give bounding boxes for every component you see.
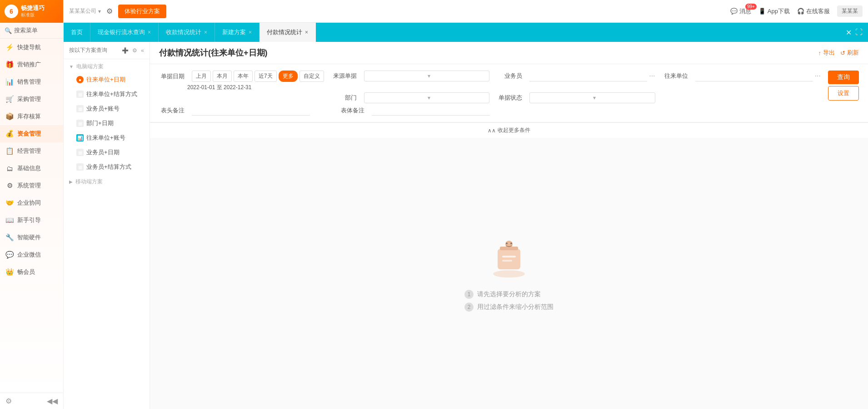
pc-section[interactable]: ▼ 电脑端方案 [64,59,150,72]
agent-more-icon[interactable]: ··· [649,72,655,80]
collapse-bar: ∧∧ 收起更多条件 [150,122,868,138]
app-download-btn[interactable]: 📱 App下载 [758,7,790,15]
refresh-btn[interactable]: ↺ 刷新 [840,49,859,57]
support-btn[interactable]: 🎧 在线客服 [797,7,830,15]
page-title: 付款情况统计(往来单位+日期) [159,47,268,58]
tab-home[interactable]: 首页 [64,23,90,42]
scheme-icon-unit-date: ● [76,76,84,83]
empty-tip-1: 1 请先选择要分析的方案 [464,290,554,299]
company-selector[interactable]: 某某某公司 ▾ [69,7,101,15]
date-btn-more[interactable]: 更多 [279,71,298,82]
export-btn[interactable]: ↑ 导出 [818,49,835,57]
tab-receipt-stats[interactable]: 收款情况统计 × [159,23,215,42]
tab-bank-flow[interactable]: 现金银行流水查询 × [90,23,159,42]
sidebar-item-member[interactable]: 👑 畅会员 [0,263,63,281]
date-label: 单据日期 [159,72,185,81]
sidebar-item-hardware[interactable]: 🔧 智能硬件 [0,229,63,246]
dept-select[interactable]: ▾ [364,92,489,103]
scheme-item-unit-settle[interactable]: ▦ 往来单位+结算方式 [64,87,150,101]
body-note-label: 表体备注 [339,106,364,115]
company-icon: 🤝 [5,199,14,207]
mobile-section-triangle: ▶ [69,179,73,184]
mobile-section[interactable]: ▶ 移动端方案 [64,174,150,187]
filter-panel: 单据日期 上月 本月 本年 近7天 更多 自定义 2022-01-0 [150,64,868,122]
source-select[interactable]: ▾ [364,71,489,81]
tab-close-payment-stats[interactable]: × [305,29,308,35]
inventory-icon: 📦 [5,112,14,121]
sidebar-item-sales[interactable]: 📊 销售管理 [0,73,63,91]
agent-label: 业务员 [497,72,522,80]
topbar: 某某某公司 ▾ ⚙ 体验行业方案 💬 消息 99+ 📱 App下载 🎧 在线客服… [64,0,868,23]
scheme-item-agent-settle[interactable]: ▦ 业务员+结算方式 [64,160,150,174]
header-note-input[interactable] [192,105,310,116]
svg-rect-4 [502,260,512,262]
page-header-actions: ↑ 导出 ↺ 刷新 [818,49,859,57]
sidebar-item-system[interactable]: ⚙ 系统管理 [0,177,63,194]
date-range-text: 2022-01-01 至 2022-12-31 [187,84,251,91]
sidebar-item-inventory[interactable]: 📦 库存核算 [0,108,63,125]
sidebar-item-company[interactable]: 🤝 企业协同 [0,194,63,212]
filter-row-daterange: 2022-01-01 至 2022-12-31 [187,84,324,91]
user-menu[interactable]: 某某某 [837,5,863,17]
app-icon: 📱 [758,8,766,15]
search-icon: 🔍 [5,27,12,34]
collapse-more-btn[interactable]: ∧∧ 收起更多条件 [488,126,530,134]
scheme-item-dept-date[interactable]: ▦ 部门+日期 [64,116,150,131]
status-label: 单据状态 [497,94,522,102]
sidebar: 6 畅捷通巧 标准版 🔍 搜索菜单 ⚡ 快捷导航 🎁 营销推广 📊 销售管理 🛒… [0,0,64,409]
close-all-tabs-btn[interactable]: ✕ [846,28,852,37]
quick-nav-icon: ⚡ [5,43,14,51]
sidebar-item-quick-nav[interactable]: ⚡ 快捷导航 [0,39,63,56]
sidebar-item-marketing[interactable]: 🎁 营销推广 [0,56,63,73]
topbar-right: 💬 消息 99+ 📱 App下载 🎧 在线客服 某某某 [730,5,863,17]
settings-icon[interactable]: ⚙ [5,397,12,405]
sidebar-nav: ⚡ 快捷导航 🎁 营销推广 📊 销售管理 🛒 采购管理 📦 库存核算 💰 资金管… [0,39,63,393]
tabbar: 首页 现金银行流水查询 × 收款情况统计 × 新建方案 × 付款情况统计 × ✕… [64,23,868,42]
body-note-input[interactable] [372,105,490,116]
sidebar-item-base-info[interactable]: 🗂 基础信息 [0,160,63,177]
search-menu[interactable]: 🔍 搜索菜单 [0,23,63,39]
empty-tips: 1 请先选择要分析的方案 2 用过滤条件来缩小分析范围 [464,290,554,312]
sidebar-item-purchase[interactable]: 🛒 采购管理 [0,91,63,108]
export-icon: ↑ [818,50,822,56]
sidebar-item-finance[interactable]: 💰 资金管理 [0,125,63,142]
date-btn-last-month[interactable]: 上月 [192,71,211,82]
empty-icon [486,235,532,281]
scheme-item-unit-date[interactable]: ● 往来单位+日期 [64,72,150,87]
scheme-item-agent-date[interactable]: ▦ 业务员+日期 [64,145,150,160]
refresh-icon: ↺ [840,50,845,56]
sidebar-logo: 6 畅捷通巧 标准版 [0,0,63,23]
tab-payment-stats[interactable]: 付款情况统计 × [259,23,316,42]
empty-state: 1 请先选择要分析的方案 2 用过滤条件来缩小分析范围 [150,138,868,409]
trial-btn[interactable]: 体验行业方案 [118,5,166,18]
messages-btn[interactable]: 💬 消息 99+ [730,7,751,15]
maximize-btn[interactable]: ⛶ [855,28,863,36]
scheme-item-unit-account[interactable]: 📊 往来单位+账号 [64,131,150,145]
collapse-sidebar-icon[interactable]: ◀◀ [47,397,58,405]
date-btn-7days[interactable]: 近7天 [254,71,277,82]
date-btn-custom[interactable]: 自定义 [299,71,324,82]
counterparty-more-icon[interactable]: ··· [815,72,821,80]
sidebar-item-operations[interactable]: 📋 经营管理 [0,142,63,160]
tab-close-new-plan[interactable]: × [249,29,252,35]
status-select[interactable]: ▾ [529,92,655,103]
scheme-panel: 按以下方案查询 ➕ ⚙ « ▼ 电脑端方案 ● 往来单位+日期 ▦ 往来单位+结… [64,42,150,409]
add-scheme-btn[interactable]: ➕ [122,47,129,54]
date-btn-this-month[interactable]: 本月 [213,71,232,82]
collapse-panel-btn[interactable]: « [141,47,144,54]
scheme-settings-icon[interactable]: ⚙ [132,47,137,54]
sidebar-item-wechat[interactable]: 💬 企业微信 [0,246,63,263]
tab-close-bank-flow[interactable]: × [148,29,151,35]
tab-new-plan[interactable]: 新建方案 × [215,23,259,42]
sidebar-item-guide[interactable]: 📖 新手引导 [0,212,63,229]
pc-section-triangle: ▼ [69,64,74,69]
filter-setting-btn[interactable]: 设置 [828,86,859,101]
dept-dropdown-icon: ▾ [428,95,484,101]
tab-close-receipt-stats[interactable]: × [204,29,207,35]
date-btn-this-year[interactable]: 本年 [234,71,253,82]
header-note-label: 表头备注 [159,106,185,115]
page-header: 付款情况统计(往来单位+日期) ↑ 导出 ↺ 刷新 [150,42,868,64]
topbar-gear-icon[interactable]: ⚙ [105,5,115,17]
query-btn[interactable]: 查询 [828,71,859,84]
scheme-item-agent-account[interactable]: ▦ 业务员+账号 [64,101,150,116]
